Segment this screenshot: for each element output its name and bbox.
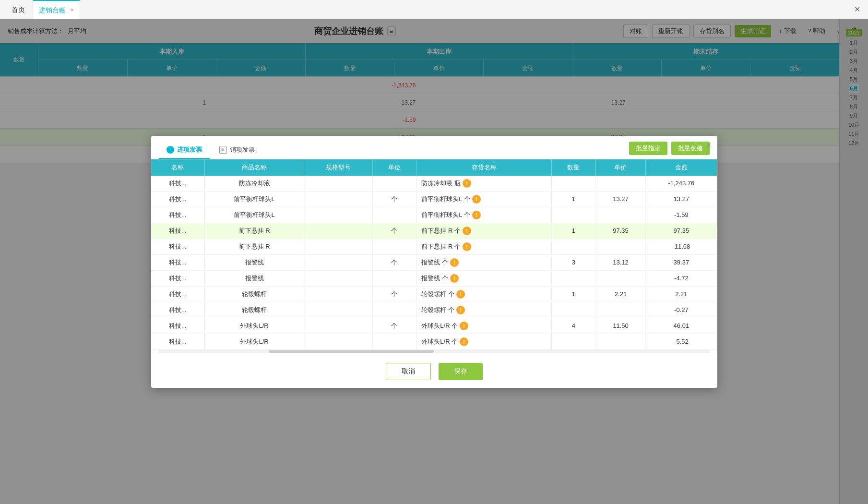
cell-product-name: 外球头L/R: [204, 334, 304, 349]
cell-unit-price: 2.21: [595, 286, 645, 302]
cell-product-name: 前平衡杆球头L: [204, 207, 304, 223]
incoming-tab-icon: ↑: [166, 146, 174, 154]
save-button[interactable]: 保存: [439, 363, 483, 380]
cell-spec: [304, 318, 372, 334]
cell-amount: 2.21: [646, 286, 717, 302]
cell-unit-price: 13.27: [595, 191, 645, 207]
batch-create-button[interactable]: 批量创建: [671, 142, 710, 155]
cell-product-name: 轮毂螺杆: [204, 302, 304, 318]
warn-icon: !: [460, 322, 468, 330]
cell-product-name: 外球头L/R: [204, 318, 304, 334]
warn-icon: !: [456, 306, 465, 314]
tab-outgoing-invoice[interactable]: ≡ 销项发票: [212, 142, 262, 159]
cell-name: 科技...: [151, 176, 205, 192]
table-row: 科技... 轮毂螺杆 轮毂螺杆 个! -0.27: [151, 302, 717, 318]
table-row: 科技... 报警线 个 报警线 个! 3 13.12 39.37: [151, 254, 717, 270]
cell-unit: 个: [372, 286, 416, 302]
scrollbar-thumb[interactable]: [269, 350, 434, 353]
cell-qty: 3: [552, 254, 596, 270]
cell-amount: 97.35: [646, 223, 717, 239]
warn-icon: !: [450, 258, 459, 267]
cell-name: 科技...: [151, 334, 205, 349]
cell-spec: [304, 207, 372, 223]
window-close-button[interactable]: ✕: [850, 2, 864, 17]
modal-overlay: ↑ 进项发票 ≡ 销项发票 批量指定 批量创建 × 名称: [0, 19, 868, 504]
cell-name: 科技...: [151, 254, 205, 270]
cell-spec: [304, 223, 372, 239]
cell-stock-name: 前下悬挂 R 个!: [416, 223, 552, 239]
cell-stock-name: 前平衡杆球头L 个!: [416, 191, 552, 207]
cell-product-name: 报警线: [204, 270, 304, 286]
cell-qty: 1: [552, 223, 596, 239]
tab-incoming-invoice[interactable]: ↑ 进项发票: [159, 142, 210, 159]
table-header-row: 名称 商品名称 规格型号 单位 存货名称 数量 单价 金额: [151, 159, 717, 176]
cell-amount: -5.52: [646, 334, 717, 349]
warn-icon: !: [450, 274, 459, 283]
th-stock-name: 存货名称: [416, 159, 552, 176]
th-product-name: 商品名称: [204, 159, 304, 176]
warn-icon: !: [472, 211, 481, 219]
th-spec: 规格型号: [304, 159, 372, 176]
cell-stock-name: 轮毂螺杆 个!: [416, 286, 552, 302]
th-qty: 数量: [552, 159, 596, 176]
cell-qty: 1: [552, 191, 596, 207]
cell-amount: 46.01: [646, 318, 717, 334]
cell-amount: 39.37: [646, 254, 717, 270]
cell-unit-price: 13.12: [595, 254, 645, 270]
cell-name: 科技...: [151, 302, 205, 318]
cell-stock-name: 防冻冷却液 瓶!: [416, 176, 552, 192]
warn-icon: !: [472, 195, 481, 204]
cell-stock-name: 报警线 个!: [416, 254, 552, 270]
table-row: 科技... 防冻冷却液 防冻冷却液 瓶! -1,243.76: [151, 176, 717, 192]
cancel-button[interactable]: 取消: [386, 363, 431, 380]
cell-qty: [552, 334, 596, 349]
cell-spec: [304, 286, 372, 302]
cell-product-name: 防冻冷却液: [204, 176, 304, 192]
cell-unit: 个: [372, 223, 416, 239]
tab-active[interactable]: 进销台账 ×: [33, 0, 80, 19]
cell-stock-name: 报警线 个!: [416, 270, 552, 286]
th-unit-price: 单价: [595, 159, 645, 176]
table-row: 科技... 报警线 报警线 个! -4.72: [151, 270, 717, 286]
warn-icon: !: [456, 290, 465, 299]
cell-spec: [304, 334, 372, 349]
warn-icon: !: [463, 179, 471, 188]
cell-unit-price: [595, 334, 645, 349]
cell-qty: [552, 302, 596, 318]
warn-icon: !: [460, 337, 468, 346]
cell-unit-price: [595, 239, 645, 254]
cell-product-name: 报警线: [204, 254, 304, 270]
cell-qty: [552, 207, 596, 223]
cell-unit: [372, 176, 416, 192]
cell-unit-price: [595, 270, 645, 286]
cell-name: 科技...: [151, 318, 205, 334]
cell-amount: 13.27: [646, 191, 717, 207]
cell-amount: -1.59: [646, 207, 717, 223]
cell-amount: -1,243.76: [646, 176, 717, 192]
table-row: 科技... 前下悬挂 R 前下悬挂 R 个! -11.68: [151, 239, 717, 254]
tab-close-icon[interactable]: ×: [71, 0, 74, 20]
cell-qty: [552, 239, 596, 254]
cell-unit: 个: [372, 191, 416, 207]
modal-header: ↑ 进项发票 ≡ 销项发票 批量指定 批量创建 ×: [151, 136, 717, 159]
cell-qty: [552, 270, 596, 286]
cell-spec: [304, 191, 372, 207]
th-unit: 单位: [372, 159, 416, 176]
cell-amount: -11.68: [646, 239, 717, 254]
table-row: 科技... 前平衡杆球头L 前平衡杆球头L 个! -1.59: [151, 207, 717, 223]
modal-dialog: ↑ 进项发票 ≡ 销项发票 批量指定 批量创建 × 名称: [151, 136, 717, 388]
cell-unit-price: 11.50: [595, 318, 645, 334]
horizontal-scrollbar[interactable]: [159, 350, 710, 353]
tab-home[interactable]: 首页: [4, 0, 33, 19]
modal-header-actions: 批量指定 批量创建: [629, 142, 710, 159]
cell-name: 科技...: [151, 239, 205, 254]
cell-unit-price: [595, 302, 645, 318]
modal-close-button[interactable]: ×: [706, 141, 712, 151]
table-row: 科技... 轮毂螺杆 个 轮毂螺杆 个! 1 2.21 2.21: [151, 286, 717, 302]
cell-unit: [372, 270, 416, 286]
cell-unit: 个: [372, 318, 416, 334]
top-bar: 首页 进销台账 × ✕: [0, 0, 868, 19]
cell-unit: [372, 239, 416, 254]
cell-unit-price: [595, 176, 645, 192]
batch-assign-button[interactable]: 批量指定: [629, 142, 667, 155]
